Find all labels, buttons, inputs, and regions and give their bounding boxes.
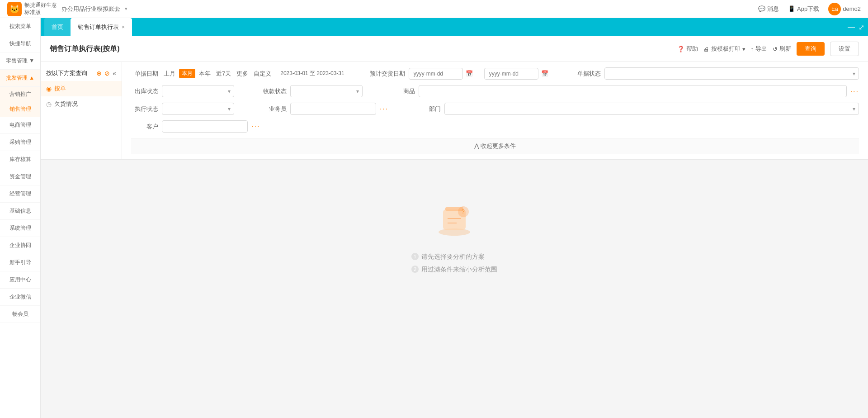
user-menu[interactable]: Ea demo2 bbox=[828, 3, 861, 15]
tab-actions: — ⤢ bbox=[848, 23, 864, 32]
predicted-date-to[interactable] bbox=[484, 68, 538, 80]
refresh-button[interactable]: ↺ 刷新 bbox=[773, 45, 791, 53]
date-preset-custom[interactable]: 自定义 bbox=[252, 70, 273, 78]
date-preset-more[interactable]: 更多 bbox=[235, 70, 250, 78]
guide-label: 新手引导 bbox=[2, 259, 38, 266]
export-button[interactable]: ↑ 导出 bbox=[751, 45, 768, 53]
date-preset-last-month[interactable]: 上月 bbox=[162, 70, 177, 78]
sidebar-item-purchase[interactable]: 采购管理 bbox=[0, 134, 40, 151]
sidebar-item-enterprise[interactable]: 企业协同 bbox=[0, 237, 40, 254]
members-label: 畅会员 bbox=[2, 310, 38, 318]
filter-item-radio-icon: ◉ bbox=[46, 85, 52, 92]
stock-status-select-wrapper bbox=[162, 85, 234, 97]
tip-num-2: 2 bbox=[411, 266, 419, 273]
sidebar-subitem-sales[interactable]: 销售管理 bbox=[0, 102, 40, 117]
home-tab-label: 首页 bbox=[52, 23, 63, 31]
finance-label: 资金管理 bbox=[2, 173, 38, 180]
template-print-button[interactable]: 🖨 按模板打印 ▾ bbox=[703, 45, 745, 53]
sidebar-item-shortcuts[interactable]: 快捷导航 bbox=[0, 35, 40, 52]
calendar-icon-to[interactable]: 📅 bbox=[541, 70, 548, 77]
salesman-field: 业务员 ··· bbox=[259, 103, 388, 115]
customer-dots[interactable]: ··· bbox=[251, 123, 260, 131]
print-dropdown-icon[interactable]: ▾ bbox=[742, 46, 745, 52]
settings-button[interactable]: 设置 bbox=[830, 42, 859, 56]
tip-num-1: 1 bbox=[411, 253, 419, 260]
stock-status-select[interactable] bbox=[162, 85, 234, 97]
sidebar-item-operations[interactable]: 经营管理 bbox=[0, 185, 40, 203]
filter-item-shortage-label: 欠货情况 bbox=[54, 100, 78, 108]
sidebar-item-guide[interactable]: 新手引导 bbox=[0, 254, 40, 271]
sidebar-item-wholesale[interactable]: 批发管理 ▲ bbox=[0, 70, 40, 87]
dept-select-wrapper bbox=[444, 103, 859, 115]
sidebar-item-members[interactable]: 畅会员 bbox=[0, 306, 40, 323]
wholesale-label: 批发管理 ▲ bbox=[2, 74, 38, 82]
page-header: 销售订单执行表(按单) ❓ 帮助 🖨 按模板打印 ▾ ↑ 导出 bbox=[41, 36, 868, 62]
dept-select[interactable] bbox=[444, 103, 859, 115]
tab-active[interactable]: 销售订单执行表 × bbox=[71, 18, 132, 36]
predicted-date-from[interactable] bbox=[409, 68, 463, 80]
payment-status-select[interactable] bbox=[290, 85, 363, 97]
breadcrumb-dropdown-icon[interactable]: ▾ bbox=[125, 6, 127, 12]
sidebar-subitem-marketing[interactable]: 营销推广 bbox=[0, 87, 40, 102]
sidebar-item-inventory[interactable]: 库存核算 bbox=[0, 151, 40, 168]
sidebar-item-app-center[interactable]: 应用中心 bbox=[0, 271, 40, 289]
filter-item-shortage[interactable]: ◷ 欠货情况 bbox=[41, 96, 122, 112]
salesman-input[interactable] bbox=[290, 103, 376, 115]
exec-status-field: 执行状态 bbox=[131, 103, 234, 115]
message-icon: 💬 bbox=[758, 5, 765, 12]
filter-row-2: 出库状态 收款状态 bbox=[131, 85, 859, 97]
purchase-label: 采购管理 bbox=[2, 138, 38, 146]
empty-tip-2: 2 用过滤条件来缩小分析范围 bbox=[411, 263, 497, 276]
customer-input[interactable] bbox=[162, 120, 248, 133]
date-preset-7days[interactable]: 近7天 bbox=[214, 70, 233, 78]
status-select[interactable] bbox=[604, 67, 859, 80]
date-field: 单据日期 上月 本月 本年 近7天 更多 自定义 bbox=[131, 69, 273, 78]
exec-status-label: 执行状态 bbox=[131, 105, 158, 113]
date-label: 单据日期 bbox=[131, 70, 158, 78]
sidebar-item-enterprise-wechat[interactable]: 企业微信 bbox=[0, 289, 40, 306]
tab-home[interactable]: 首页 bbox=[44, 18, 71, 36]
search-menu-label: 搜索菜单 bbox=[2, 23, 38, 30]
product-dots[interactable]: ··· bbox=[850, 87, 859, 95]
content-area: 首页 销售订单执行表 × — ⤢ 销售订单执行表(按单) ❓ 帮助 bbox=[41, 18, 868, 418]
sidebar-item-retail[interactable]: 零售管理 ▼ bbox=[0, 52, 40, 70]
filter-add-icon[interactable]: ⊕ bbox=[96, 70, 102, 77]
filter-item-by-order[interactable]: ◉ 按单 bbox=[41, 81, 122, 96]
date-preset-this-year[interactable]: 本年 bbox=[197, 70, 212, 78]
filter-collapse-icon[interactable]: « bbox=[113, 70, 116, 77]
tab-restore-button[interactable]: ⤢ bbox=[859, 23, 864, 32]
help-button[interactable]: ❓ 帮助 bbox=[677, 45, 698, 53]
sidebar: 搜索菜单 快捷导航 零售管理 ▼ 批发管理 ▲ 营销推广 销售管理 电商管理 采… bbox=[0, 18, 41, 418]
status-select-wrapper bbox=[604, 67, 859, 80]
tab-minimize-button[interactable]: — bbox=[848, 23, 855, 32]
message-button[interactable]: 💬 消息 bbox=[758, 5, 779, 13]
query-button[interactable]: 查询 bbox=[797, 42, 825, 56]
tab-close-icon[interactable]: × bbox=[122, 24, 125, 30]
sales-label: 销售管理 bbox=[2, 105, 38, 113]
sidebar-item-finance[interactable]: 资金管理 bbox=[0, 168, 40, 185]
sidebar-item-system[interactable]: 系统管理 bbox=[0, 220, 40, 237]
exec-status-select[interactable] bbox=[162, 103, 234, 115]
collapse-bar[interactable]: ⋀ 收起更多条件 bbox=[131, 138, 859, 154]
filter-sidebar-title: 按以下方案查询 bbox=[46, 69, 87, 77]
stock-status-field: 出库状态 bbox=[131, 85, 234, 97]
app-download-button[interactable]: 📱 App下载 bbox=[788, 5, 819, 13]
help-icon: ❓ bbox=[677, 46, 684, 52]
topbar-left: 🐱 畅捷通好生意 标准版 办公用品行业模拟账套 ▾ bbox=[7, 2, 127, 16]
sidebar-item-ecommerce[interactable]: 电商管理 bbox=[0, 117, 40, 134]
calendar-icon-from[interactable]: 📅 bbox=[466, 70, 473, 77]
enterprise-label: 企业协同 bbox=[2, 242, 38, 249]
inventory-label: 库存核算 bbox=[2, 156, 38, 163]
product-input[interactable] bbox=[419, 85, 847, 97]
marketing-label: 营销推广 bbox=[2, 90, 38, 98]
tab-bar: 首页 销售订单执行表 × — ⤢ bbox=[41, 18, 868, 36]
avatar: Ea bbox=[828, 3, 841, 15]
exec-status-select-wrapper bbox=[162, 103, 234, 115]
date-preset-this-month[interactable]: 本月 bbox=[179, 69, 195, 78]
salesman-dots[interactable]: ··· bbox=[380, 105, 388, 113]
download-icon: 📱 bbox=[788, 5, 795, 12]
filter-sidebar-header: 按以下方案查询 ⊕ ⊘ « bbox=[41, 67, 122, 81]
sidebar-item-basic-info[interactable]: 基础信息 bbox=[0, 203, 40, 220]
sidebar-item-search[interactable]: 搜索菜单 bbox=[0, 18, 40, 35]
filter-settings-icon[interactable]: ⊘ bbox=[104, 70, 110, 77]
